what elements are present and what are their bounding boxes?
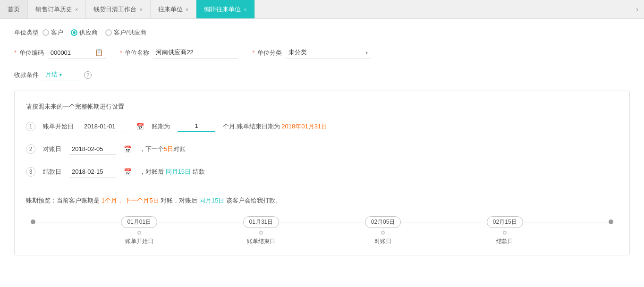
timeline-dot-2 (259, 231, 263, 235)
unit-code-input[interactable] (51, 49, 93, 56)
unit-type-group: 单位类型 客户 供应商 客户/供应商 (14, 28, 146, 37)
timeline-start-dot (31, 219, 35, 224)
tab-scroll-right[interactable]: › (630, 0, 644, 18)
timeline-start (31, 216, 35, 224)
radio-both-label: 客户/供应商 (114, 28, 146, 37)
tab-cash-work-label: 钱货日清工作台 (93, 5, 136, 14)
step-3-row: 3 结款日 📅 ，对账后 同月15日 结款 (26, 166, 618, 177)
step-1-cal-icon[interactable]: 📅 (136, 123, 144, 130)
unit-type-label: 单位类型 (14, 28, 39, 37)
step-1-date-input[interactable] (81, 121, 128, 132)
step-3-label: 结款日 (43, 168, 61, 176)
unit-category-select[interactable]: 未分类 ▾ (286, 46, 371, 59)
step-2-label: 对账日 (43, 145, 61, 153)
payment-terms-help-icon[interactable]: ? (84, 71, 92, 79)
unit-code-group: * 单位编码 📋 (14, 47, 106, 59)
step-1-suffix: 个月,账单结束日期为 2018年01月31日 (223, 122, 327, 131)
step-2-cal-icon[interactable]: 📅 (124, 145, 132, 153)
preview-part4: 同月15日 (199, 197, 224, 204)
unit-category-group: * 单位分类 未分类 ▾ (252, 46, 371, 59)
tab-home[interactable]: 首页 (0, 0, 28, 18)
tab-edit-partner-close[interactable]: × (244, 7, 246, 12)
timeline-label-1: 账单开始日 (125, 237, 153, 245)
timeline-label-3: 对账日 (374, 237, 391, 245)
radio-supplier[interactable]: 供应商 (71, 28, 98, 37)
step-1-period-input[interactable] (178, 120, 215, 132)
tab-cash-work-close[interactable]: × (139, 7, 142, 12)
preview-text: 账期预览：当前客户账期是 1个月， 下一个月5日 对账，对账后 同月15日 该客… (26, 196, 618, 205)
radio-both[interactable]: 客户/供应商 (105, 28, 146, 37)
unit-code-label: * 单位编码 (14, 49, 44, 57)
timeline-points: 01月01日 账单开始日 01月31日 账单结束日 (31, 216, 613, 245)
tab-cash-work[interactable]: 钱货日清工作台 × (86, 0, 150, 18)
unit-category-label: * 单位分类 (252, 49, 282, 57)
unit-name-star: * (120, 49, 122, 56)
settings-panel: 请按照未来的一个完整帐期进行设置 1 账单开始日 📅 账期为 个月,账单结束日期… (14, 91, 630, 255)
unit-info-row: * 单位编码 📋 * 单位名称 * 单位分类 未分类 ▾ (14, 46, 630, 59)
unit-name-input[interactable] (153, 47, 238, 59)
step-3-desc: ，对账后 同月15日 结款 (139, 168, 205, 176)
timeline-date-3: 02月05日 (365, 216, 401, 228)
unit-category-value: 未分类 (288, 48, 307, 57)
radio-customer-circle (42, 29, 49, 36)
step-1-mid-text: 账期为 (152, 122, 170, 131)
timeline-label-2: 账单结束日 (247, 237, 275, 245)
tab-partner-units-close[interactable]: × (186, 7, 188, 12)
panel-title: 请按照未来的一个完整帐期进行设置 (26, 102, 618, 111)
step-2-row: 2 对账日 📅 ，下一个5日对账 (26, 144, 618, 155)
unit-type-row: 单位类型 客户 供应商 客户/供应商 (14, 28, 630, 37)
radio-customer-label: 客户 (51, 28, 63, 37)
timeline-dot-3 (381, 231, 385, 235)
tab-sales-history-label: 销售订单历史 (35, 5, 72, 14)
timeline-point-1: 01月01日 账单开始日 (121, 216, 157, 245)
tab-sales-history-close[interactable]: × (75, 7, 78, 12)
step-2-number: 2 (26, 144, 35, 154)
step-3-number: 3 (26, 167, 35, 177)
unit-code-icon[interactable]: 📋 (95, 49, 103, 56)
payment-terms-row: 收款条件 月结 ▾ ? (14, 68, 630, 81)
payment-terms-label: 收款条件 (14, 71, 39, 79)
tab-sales-history[interactable]: 销售订单历史 × (28, 0, 86, 18)
timeline-end-dot (609, 219, 613, 224)
unit-name-label: * 单位名称 (120, 49, 150, 57)
step-3-cal-icon[interactable]: 📅 (124, 168, 132, 176)
radio-customer[interactable]: 客户 (42, 28, 63, 37)
step-3-highlight: 同月15日 (166, 168, 191, 175)
step-3-date-input[interactable] (69, 166, 116, 177)
tab-home-label: 首页 (8, 5, 20, 14)
radio-supplier-circle (71, 29, 77, 36)
step-2-desc: ，下一个5日对账 (139, 145, 186, 153)
step-1-label: 账单开始日 (43, 122, 74, 131)
radio-both-circle (105, 29, 112, 36)
preview-part2: 下一个月5日 (125, 197, 159, 204)
payment-terms-select[interactable]: 月结 ▾ (42, 68, 80, 81)
preview-section: 账期预览：当前客户账期是 1个月， 下一个月5日 对账，对账后 同月15日 该客… (26, 189, 618, 245)
timeline-label-4: 结款日 (496, 237, 513, 245)
radio-supplier-label: 供应商 (79, 28, 98, 37)
unit-category-star: * (252, 49, 254, 56)
timeline-date-1: 01月01日 (121, 216, 157, 228)
timeline-end (609, 216, 613, 224)
timeline-point-3: 02月05日 对账日 (365, 216, 401, 245)
timeline-point-2: 01月31日 账单结束日 (243, 216, 280, 245)
step-2-date-input[interactable] (69, 144, 116, 155)
timeline-point-4: 02月15日 结款日 (487, 216, 523, 245)
tab-partner-units-label: 往来单位 (158, 5, 183, 14)
payment-terms-value: 月结 (45, 70, 58, 79)
timeline-dot-4 (503, 231, 507, 235)
tab-partner-units[interactable]: 往来单位 × (151, 0, 196, 18)
step-1-highlight-date: 2018年01月31日 (281, 123, 327, 130)
main-content: 单位类型 客户 供应商 客户/供应商 * 单位编码 (0, 19, 644, 287)
step-1-row: 1 账单开始日 📅 账期为 个月,账单结束日期为 2018年01月31日 (26, 120, 618, 132)
tab-edit-partner-label: 编辑往来单位 (204, 5, 241, 14)
unit-type-radios: 客户 供应商 客户/供应商 (42, 28, 146, 37)
timeline-dot-1 (137, 231, 141, 235)
tab-edit-partner[interactable]: 编辑往来单位 × (196, 0, 254, 18)
timeline-container: 01月01日 账单开始日 01月31日 账单结束日 (26, 216, 618, 245)
unit-name-group: * 单位名称 (120, 47, 238, 59)
preview-part1: 1个月， (102, 197, 123, 204)
tab-bar: 首页 销售订单历史 × 钱货日清工作台 × 往来单位 × 编辑往来单位 × › (0, 0, 644, 19)
unit-code-input-wrapper: 📋 (48, 47, 106, 59)
payment-terms-group: 收款条件 月结 ▾ ? (14, 68, 92, 81)
step-1-number: 1 (26, 122, 35, 131)
